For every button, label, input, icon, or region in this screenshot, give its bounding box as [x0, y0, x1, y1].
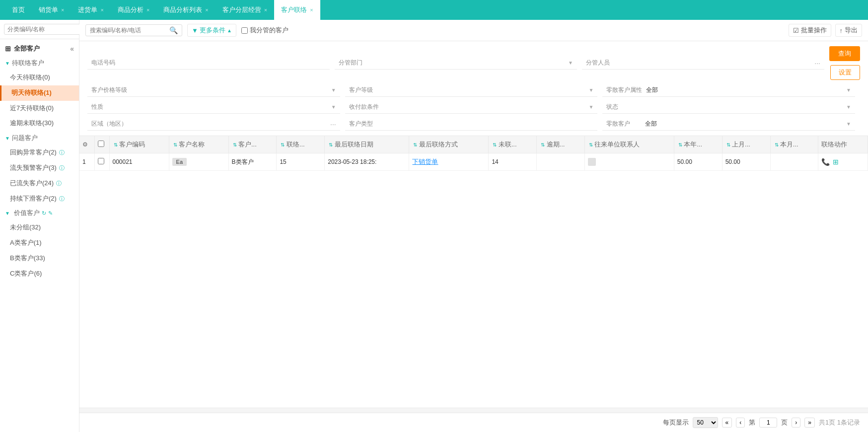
- arrow-icon2: ▼: [5, 136, 10, 141]
- my-customer-checkbox[interactable]: 我分管的客户: [241, 26, 289, 35]
- nav-customer-layer[interactable]: 客户分层经营 ×: [216, 0, 274, 20]
- search-submit-icon[interactable]: 🔍: [169, 26, 178, 34]
- sort-icon-cp[interactable]: ⇅: [589, 142, 593, 147]
- last-method-link[interactable]: 下销货单: [412, 158, 438, 165]
- page-input[interactable]: [759, 418, 777, 428]
- edit-icon[interactable]: ✎: [48, 210, 53, 216]
- page-size-select[interactable]: 50 100 200: [693, 417, 718, 428]
- sidebar-section-problem[interactable]: ▼ 问题客户: [0, 131, 79, 145]
- sort-icon-od[interactable]: ⇅: [541, 142, 545, 147]
- action-grid-icon[interactable]: ⊞: [833, 158, 839, 166]
- first-page-button[interactable]: «: [722, 418, 732, 428]
- filter-scatter-attr[interactable]: 零散客户属性 全部 ▼: [602, 84, 855, 97]
- sidebar-section-value[interactable]: ▼ 价值客户 ↻ ✎: [0, 206, 79, 220]
- sort-icon-ty[interactable]: ⇅: [678, 142, 682, 147]
- nav-goods-analysis[interactable]: 商品分析 ×: [111, 0, 156, 20]
- row-check[interactable]: [98, 158, 104, 164]
- next-page-button[interactable]: ›: [792, 418, 800, 428]
- row-last-method[interactable]: 下销货单: [409, 153, 489, 171]
- sidebar-item-7days[interactable]: 近7天待联络(0): [0, 101, 79, 116]
- sort-icon-lm[interactable]: ⇅: [726, 142, 730, 147]
- nav-purchase[interactable]: 进货单 ×: [71, 0, 110, 20]
- sort-icon[interactable]: ⇅: [114, 142, 118, 147]
- nav-purchase-close[interactable]: ×: [100, 7, 103, 13]
- select-all-checkbox[interactable]: [98, 141, 104, 147]
- chevron-down-icon-payment: ▼: [588, 104, 593, 110]
- sort-icon-date[interactable]: ⇅: [329, 142, 333, 147]
- nav-customer-contact[interactable]: 客户联络 ×: [274, 0, 320, 20]
- col-settings[interactable]: ⚙: [79, 136, 94, 153]
- my-customer-check-input[interactable]: [241, 27, 248, 34]
- sidebar-item-c-class[interactable]: C类客户(6): [0, 266, 79, 282]
- nav-goods-analysis-list-close[interactable]: ×: [205, 7, 208, 13]
- sidebar-item-today[interactable]: 今天待联络(0): [0, 70, 79, 85]
- export-button[interactable]: ↑ 导出: [835, 24, 863, 37]
- action-phone-icon[interactable]: 📞: [821, 158, 830, 166]
- row-idx: 1: [79, 153, 94, 171]
- filter-customer-level[interactable]: 客户等级 ▼: [345, 84, 598, 97]
- dots-icon-region[interactable]: ···: [330, 120, 336, 128]
- sidebar-item-declining[interactable]: 持续下滑客户(2) ⓘ: [0, 191, 79, 207]
- filter-scatter-customer[interactable]: 零散客户 全部 ▼: [602, 118, 855, 131]
- sidebar-item-b-class[interactable]: B类客户(33): [0, 251, 79, 266]
- set-button[interactable]: 设置: [830, 65, 860, 80]
- filter-person[interactable]: 分管人员 ···: [582, 57, 824, 70]
- nav-customer-contact-close[interactable]: ×: [310, 7, 313, 13]
- filter-price-level[interactable]: 客户价格等级 ▼: [87, 84, 340, 97]
- chevron-down-icon-status: ▼: [846, 104, 851, 110]
- row-name: Ea: [169, 153, 228, 171]
- sort-icon-count[interactable]: ⇅: [281, 142, 285, 147]
- nav-goods-analysis-close[interactable]: ×: [146, 7, 149, 13]
- sidebar-all-customers[interactable]: ⊞ 全部客户 «: [0, 41, 79, 56]
- nav-customer-layer-close[interactable]: ×: [264, 7, 267, 13]
- filter-payment[interactable]: 收付款条件 ▼: [345, 101, 598, 114]
- bulk-operation-button[interactable]: ☑ 批量操作: [789, 24, 831, 37]
- collapse-icon[interactable]: «: [70, 45, 74, 53]
- row-this-year: 50.00: [674, 153, 722, 171]
- sidebar-item-tomorrow[interactable]: 明天待联络(1): [0, 85, 79, 101]
- sort-icon-type[interactable]: ⇅: [233, 142, 237, 147]
- horizontal-scrollbar[interactable]: [79, 408, 868, 413]
- sidebar-item-ungrouped[interactable]: 未分组(32): [0, 220, 79, 235]
- sort-icon-name[interactable]: ⇅: [173, 142, 177, 147]
- prev-page-button[interactable]: ‹: [736, 418, 745, 428]
- nav-sales-close[interactable]: ×: [61, 7, 64, 13]
- filter-nature[interactable]: 性质 ▼: [87, 101, 340, 114]
- chevron-down-icon-level: ▼: [588, 87, 593, 93]
- col-last-date: ⇅ 最后联络日期: [325, 136, 409, 153]
- sort-icon-method[interactable]: ⇅: [413, 142, 417, 147]
- sidebar-content: ⊞ 全部客户 « ▼ 待联络客户 今天待联络(0) 明天待联络(1) 近7天待联…: [0, 39, 79, 432]
- nav-goods-analysis-list[interactable]: 商品分析列表 ×: [156, 0, 215, 20]
- sidebar-item-repurchase[interactable]: 回购异常客户(2) ⓘ: [0, 145, 79, 160]
- more-filter-button[interactable]: ▼ 更多条件 ▲: [187, 24, 236, 37]
- sidebar-item-churn-warning[interactable]: 流失预警客户(3) ⓘ: [0, 160, 79, 176]
- sort-icon-tm[interactable]: ⇅: [775, 142, 779, 147]
- dots-icon-person[interactable]: ···: [814, 59, 820, 67]
- search-input[interactable]: [90, 27, 169, 34]
- chevron-up-icon: ▲: [227, 28, 232, 33]
- col-this-year: ⇅ 本年...: [674, 136, 722, 153]
- customer-table: ⚙ ⇅ 客户编码 ⇅ 客户名称 ⇅ 客户... ⇅ 联络... ⇅ 最后联络日期…: [79, 136, 868, 171]
- filter-status[interactable]: 状态 ▼: [602, 101, 855, 114]
- col-type: ⇅ 客户...: [228, 136, 277, 153]
- chevron-down-icon-price: ▼: [331, 87, 336, 93]
- sidebar-search-input[interactable]: [4, 24, 85, 35]
- col-checkbox[interactable]: [94, 136, 109, 153]
- last-page-button[interactable]: »: [804, 418, 815, 428]
- query-button[interactable]: 查询: [829, 46, 860, 61]
- nav-sales[interactable]: 销货单 ×: [32, 0, 71, 20]
- filter-region[interactable]: 区域（地区） ···: [87, 118, 340, 131]
- sort-icon-nc[interactable]: ⇅: [493, 142, 497, 147]
- row-actions: 📞 ⊞: [818, 153, 868, 171]
- refresh-icon[interactable]: ↻: [42, 210, 46, 216]
- sidebar-item-a-class[interactable]: A类客户(1): [0, 235, 79, 251]
- sidebar: 🔍 ⊞ 全部客户 « ▼ 待联络客户 今天待联络(0) 明天待联络(1) 近7天…: [0, 20, 79, 432]
- filter-dept[interactable]: 分管部门 ▼: [335, 57, 577, 70]
- sidebar-item-overdue[interactable]: 逾期未联络(30): [0, 116, 79, 131]
- col-this-month: ⇅ 本月...: [770, 136, 818, 153]
- sidebar-section-pending[interactable]: ▼ 待联络客户: [0, 56, 79, 70]
- sidebar-item-churned[interactable]: 已流失客户(24) ⓘ: [0, 176, 79, 191]
- nav-home[interactable]: 首页: [5, 0, 32, 20]
- arrow-icon: ▼: [5, 61, 10, 66]
- row-checkbox[interactable]: [94, 153, 109, 171]
